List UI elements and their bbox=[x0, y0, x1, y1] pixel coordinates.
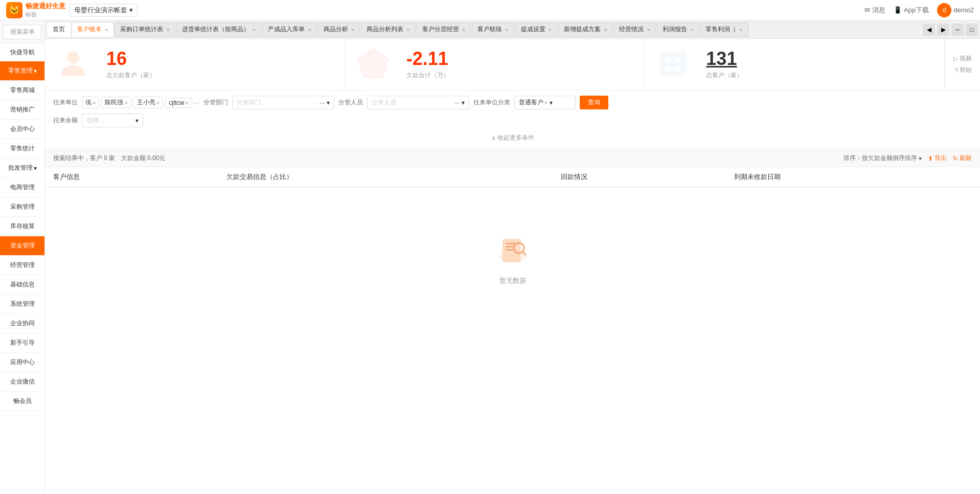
remove-tag-normal[interactable]: × bbox=[544, 100, 548, 106]
sidebar-item-retail-management[interactable]: 零售管理 ▾ bbox=[0, 61, 44, 81]
messages-button[interactable]: ✉ 消息 bbox=[864, 6, 885, 15]
sidebar-item-newbie[interactable]: 新手引导 bbox=[0, 333, 44, 353]
stat-value-total: 131 bbox=[706, 50, 743, 68]
svg-marker-1 bbox=[358, 49, 388, 77]
sort-selector[interactable]: 排序：按欠款金额倒序排序 ▾ bbox=[844, 154, 922, 163]
sidebar-item-marketing[interactable]: 营销推广 bbox=[0, 100, 44, 120]
stats-row: 16 总欠款客户（家） -2.11 欠款合计（万） bbox=[45, 39, 980, 91]
col-customer-info: 客户信息 bbox=[45, 167, 218, 187]
close-icon[interactable]: × bbox=[351, 27, 354, 33]
sidebar-item-ecommerce[interactable]: 电商管理 bbox=[0, 178, 44, 197]
quick-nav-button[interactable]: 快捷导航 bbox=[0, 44, 44, 61]
tab-scroll-left[interactable]: ◀ bbox=[923, 24, 935, 36]
more-tags-button[interactable]: ··· bbox=[194, 99, 199, 106]
close-icon[interactable]: × bbox=[308, 27, 311, 33]
company-selector[interactable]: 母婴行业演示帐套 ▾ bbox=[70, 4, 138, 17]
sidebar-item-finance[interactable]: 资金管理 bbox=[0, 236, 44, 256]
content-area: 首页 客户账本 × 采购订单统计表 × 进货单统计表（按商品） × 产成品入库单… bbox=[45, 20, 980, 494]
close-icon[interactable]: × bbox=[739, 27, 742, 33]
col-due-date: 到期未收款日期 bbox=[726, 167, 980, 187]
filter-section: 往来单位 佤 × 陈民强 × 王小亮 bbox=[45, 91, 980, 150]
close-icon[interactable]: × bbox=[105, 27, 108, 33]
filter-unit-tags: 佤 × 陈民强 × 王小亮 × bbox=[82, 97, 199, 108]
help-link[interactable]: ? 帮助 bbox=[954, 66, 972, 75]
result-actions: 排序：按欠款金额倒序排序 ▾ ⬆ 导出 ↻ 刷新 bbox=[844, 154, 972, 163]
stat-bg-icon-person bbox=[55, 46, 91, 83]
tab-business-overview[interactable]: 经营情况 × bbox=[613, 23, 655, 37]
sidebar-item-wholesale[interactable]: 批发管理 ▾ bbox=[0, 159, 44, 178]
sidebar: 搜索菜单 快捷导航 零售管理 ▾ 零售商城 营销推广 会员中心 零售统计 批发管… bbox=[0, 20, 45, 494]
close-icon[interactable]: × bbox=[166, 27, 169, 33]
tab-commission-settings[interactable]: 提成设置 × bbox=[515, 23, 557, 37]
remove-tag-wang[interactable]: × bbox=[156, 100, 159, 106]
sidebar-item-enterprise[interactable]: 企业协同 bbox=[0, 314, 44, 333]
sidebar-item-app-center[interactable]: 应用中心 bbox=[0, 353, 44, 372]
tab-minimize[interactable]: ─ bbox=[951, 24, 964, 36]
sidebar-item-vip[interactable]: 畅会员 bbox=[0, 392, 44, 411]
stat-value-customers: 16 bbox=[106, 50, 155, 68]
tab-customer-ledger[interactable]: 客户账本 × bbox=[72, 23, 113, 37]
close-icon[interactable]: × bbox=[604, 27, 607, 33]
svg-rect-6 bbox=[676, 66, 680, 71]
tab-product-analysis[interactable]: 商品分析 × bbox=[318, 23, 360, 37]
remove-tag-chen[interactable]: × bbox=[124, 100, 127, 106]
close-icon[interactable]: × bbox=[549, 27, 552, 33]
tab-scroll-right[interactable]: ▶ bbox=[937, 24, 949, 36]
tab-add-commission[interactable]: 新增提成方案 × bbox=[558, 23, 612, 37]
remove-tag-wa[interactable]: × bbox=[93, 100, 96, 106]
filter-dept-select[interactable]: 分管部门 ··· ▾ bbox=[232, 96, 334, 109]
result-bar: 搜索结果中，客户 0 家 欠款金额 0.00元 排序：按欠款金额倒序排序 ▾ ⬆ bbox=[45, 150, 980, 167]
search-button[interactable]: 查询 bbox=[580, 96, 608, 109]
sidebar-search-area: 搜索菜单 bbox=[0, 20, 44, 44]
tab-customer-contact[interactable]: 客户联络 × bbox=[472, 23, 514, 37]
app-download-button[interactable]: 📱 App下载 bbox=[894, 6, 929, 15]
filter-person-select[interactable]: 分管人员 ··· ▾ bbox=[367, 96, 469, 109]
sidebar-item-purchase[interactable]: 采购管理 bbox=[0, 197, 44, 217]
message-icon: ✉ bbox=[864, 6, 870, 14]
close-icon[interactable]: × bbox=[690, 27, 693, 33]
close-icon[interactable]: × bbox=[647, 27, 650, 33]
sidebar-item-member-center[interactable]: 会员中心 bbox=[0, 120, 44, 139]
sidebar-item-inventory[interactable]: 库存核算 bbox=[0, 217, 44, 236]
export-button[interactable]: ⬆ 导出 bbox=[928, 154, 947, 163]
tab-customer-layer[interactable]: 客户分层经营 × bbox=[417, 23, 471, 37]
sidebar-item-wechat[interactable]: 企业微信 bbox=[0, 372, 44, 392]
remove-tag-cj[interactable]: × bbox=[185, 100, 188, 106]
close-icon[interactable]: × bbox=[253, 27, 256, 33]
close-icon[interactable]: × bbox=[505, 27, 508, 33]
tab-purchase-order-stats[interactable]: 采购订单统计表 × bbox=[115, 23, 175, 37]
sidebar-item-retail-stats[interactable]: 零售统计 bbox=[0, 139, 44, 159]
user-menu[interactable]: d demo2 bbox=[937, 3, 974, 17]
tab-product-analysis-list[interactable]: 商品分析列表 × bbox=[361, 23, 415, 37]
sidebar-item-operations[interactable]: 经营管理 bbox=[0, 256, 44, 275]
close-icon[interactable]: × bbox=[406, 27, 409, 33]
sidebar-item-system[interactable]: 系统管理 bbox=[0, 295, 44, 314]
video-link[interactable]: ▷ 视频 bbox=[953, 54, 972, 63]
main-layout: 搜索菜单 快捷导航 零售管理 ▾ 零售商城 营销推广 会员中心 零售统计 批发管… bbox=[0, 20, 980, 494]
result-info: 搜索结果中，客户 0 家 欠款金额 0.00元 bbox=[53, 154, 165, 163]
tab-home[interactable]: 首页 bbox=[47, 23, 71, 37]
chevron-icon: ▾ bbox=[34, 165, 37, 172]
tab-product-inbound[interactable]: 产成品入库单 × bbox=[262, 23, 316, 37]
search-menu-button[interactable]: 搜索菜单 bbox=[3, 25, 41, 39]
filter-row-1: 往来单位 佤 × 陈民强 × 王小亮 bbox=[53, 96, 972, 109]
close-icon[interactable]: × bbox=[462, 27, 465, 33]
refresh-button[interactable]: ↻ 刷新 bbox=[953, 154, 972, 163]
tab-inbound-stats[interactable]: 进货单统计表（按商品） × bbox=[176, 23, 261, 37]
filter-category-select[interactable]: 普通客户 × ▾ bbox=[514, 96, 576, 109]
tab-retail-profit[interactable]: 零售利润（ × bbox=[700, 23, 748, 37]
stat-bg-icon-diamond bbox=[355, 46, 391, 83]
svg-rect-5 bbox=[666, 66, 670, 71]
stat-label-customers: 总欠款客户（家） bbox=[106, 71, 155, 80]
tab-profit-report[interactable]: 利润报告 × bbox=[657, 23, 699, 37]
filter-balance-select[interactable]: 选择... ▾ bbox=[82, 114, 143, 127]
sidebar-item-retail-mall[interactable]: 零售商城 bbox=[0, 81, 44, 100]
collapse-filter-button[interactable]: ∧ 收起更多条件 bbox=[491, 133, 534, 142]
sidebar-item-basic-info[interactable]: 基础信息 bbox=[0, 275, 44, 295]
svg-point-0 bbox=[67, 52, 79, 63]
filter-label-dept: 分管部门 bbox=[203, 98, 228, 107]
tab-maximize[interactable]: □ bbox=[966, 24, 978, 36]
help-icon: ? bbox=[954, 67, 958, 74]
filter-label-unit: 往来单位 bbox=[53, 98, 78, 107]
top-bar-right: ✉ 消息 📱 App下载 d demo2 bbox=[864, 3, 974, 17]
